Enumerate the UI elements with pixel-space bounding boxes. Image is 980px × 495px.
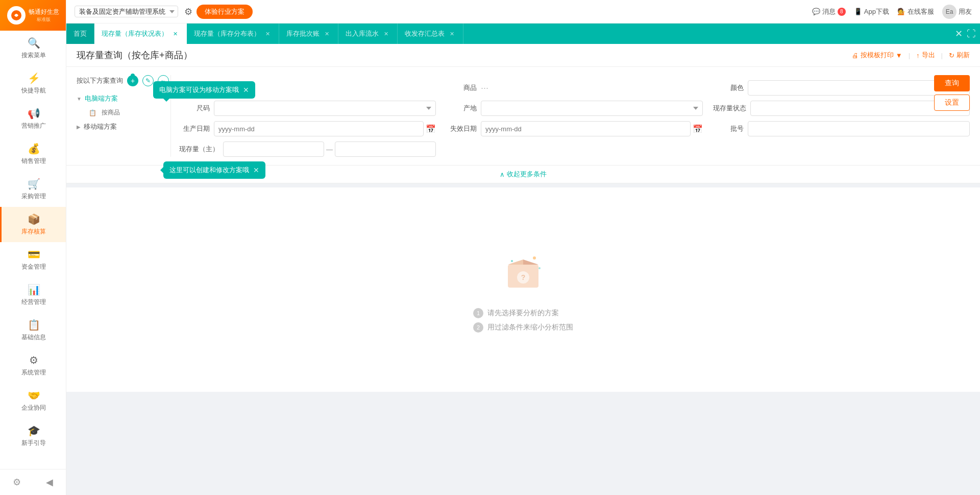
guide-icon: 🎓 <box>28 425 40 437</box>
tab-batch-ledger-close[interactable]: ✕ <box>323 30 331 38</box>
print-arrow: ▼ <box>896 52 902 59</box>
stock-qty-max-input[interactable] <box>335 142 436 157</box>
goods-label: 商品 <box>446 83 477 92</box>
svg-text:?: ? <box>521 273 526 281</box>
collapse-btn[interactable]: ∧ 收起更多条件 <box>500 170 547 179</box>
sidebar-item-basic[interactable]: 📋 基础信息 <box>0 313 66 348</box>
app-logo: 畅通好生意 标准版 <box>0 0 66 31</box>
origin-select[interactable] <box>481 101 703 116</box>
sidebar-item-guide[interactable]: 🎓 新手引导 <box>0 418 66 454</box>
sidebar-label-operations: 经营管理 <box>21 298 46 307</box>
step-1-text: 请先选择要分析的方案 <box>487 309 559 318</box>
batch-no-input[interactable] <box>748 121 970 136</box>
tab-inout-flow-label: 出入库流水 <box>346 29 379 38</box>
expire-date-group: 📅 <box>481 121 703 136</box>
tab-inout-flow-close[interactable]: ✕ <box>382 30 390 38</box>
filter-stock-qty: 现存量（主） — <box>179 142 436 157</box>
collapse-footer-btn[interactable]: ◀ <box>42 475 57 490</box>
filter-goods: 商品 ··· <box>446 80 703 96</box>
collapse-up-icon: ∧ <box>500 171 505 178</box>
empty-state: ? 1 请先选择要分析的方案 2 用过滤条件来缩小分析范围 <box>66 187 980 392</box>
refresh-btn[interactable]: ↻ 刷新 <box>949 51 970 60</box>
edit-scheme-btn[interactable]: ✎ <box>142 75 154 86</box>
sidebar-item-operations[interactable]: 📊 经营管理 <box>0 277 66 313</box>
tab-batch-ledger[interactable]: 库存批次账 ✕ <box>279 23 338 44</box>
tab-inventory-dist-close[interactable]: ✕ <box>263 30 272 38</box>
export-label: 导出 <box>922 51 935 60</box>
print-btn[interactable]: 🖨 按模板打印 ▼ <box>852 51 902 60</box>
size-select[interactable] <box>214 101 436 116</box>
tab-home-label: 首页 <box>74 29 87 38</box>
tab-inventory-dist[interactable]: 现存量（库存分布表） ✕ <box>187 23 279 44</box>
purchase-icon: 🛒 <box>28 178 40 190</box>
close-all-tabs-btn[interactable]: ✕ <box>955 28 963 39</box>
produce-date-input[interactable] <box>214 121 424 136</box>
sidebar-item-finance[interactable]: 💳 资金管理 <box>0 242 66 277</box>
app-download-action[interactable]: 📱 App下载 <box>854 7 889 16</box>
filter-row-header: 按以下方案查询 + ✎ ← <box>77 75 164 86</box>
messages-action[interactable]: 💬 消息 8 <box>812 7 846 16</box>
sidebar-item-enterprise[interactable]: 🤝 企业协同 <box>0 383 66 418</box>
stock-qty-min-input[interactable] <box>223 142 324 157</box>
avatar: Ea <box>942 5 957 19</box>
tab-collection-close[interactable]: ✕ <box>448 30 456 38</box>
goods-dots[interactable]: ··· <box>481 83 488 92</box>
sep2: | <box>941 52 943 59</box>
avatar-initials: Ea <box>946 8 953 15</box>
tab-inventory-status-close[interactable]: ✕ <box>171 30 179 38</box>
sidebar-label-enterprise: 企业协同 <box>21 404 46 412</box>
system-selector[interactable]: 装备及固定资产辅助管理系统 <box>75 6 178 17</box>
sidebar-item-marketing[interactable]: 📢 营销推广 <box>0 101 66 136</box>
stock-qty-label: 现存量（主） <box>179 145 219 154</box>
export-btn[interactable]: ↑ 导出 <box>916 51 935 60</box>
expire-date-input[interactable] <box>481 121 691 136</box>
export-icon: ↑ <box>916 52 920 59</box>
empty-steps: 1 请先选择要分析的方案 2 用过滤条件来缩小分析范围 <box>473 308 573 333</box>
sidebar-item-system[interactable]: ⚙ 系统管理 <box>0 348 66 383</box>
scheme-item-mobile[interactable]: ▶ 移动端方案 <box>77 121 164 133</box>
svg-marker-2 <box>508 260 523 265</box>
pc-scheme-tooltip-close[interactable]: ✕ <box>243 86 249 93</box>
tab-bar-actions: ✕ ⛶ <box>955 28 980 39</box>
sidebar-label-search: 搜索菜单 <box>21 51 46 60</box>
sidebar-item-quick[interactable]: ⚡ 快捷导航 <box>0 66 66 101</box>
tab-inout-flow[interactable]: 出入库流水 ✕ <box>338 23 398 44</box>
filter-grid: 仓库 ··· 商品 ··· 颜色 尺码 <box>179 80 970 157</box>
tab-inventory-status-label: 现存量（库存状况表） <box>102 29 168 38</box>
settings-icon[interactable]: ⚙ <box>184 6 192 17</box>
create-scheme-tooltip-close[interactable]: ✕ <box>253 167 259 174</box>
stock-qty-range: — <box>223 142 436 157</box>
settings-footer-btn[interactable]: ⚙ <box>9 475 25 490</box>
produce-date-icon[interactable]: 📅 <box>426 124 436 134</box>
scheme-item-pc[interactable]: ▼ 电脑端方案 <box>77 92 164 105</box>
sidebar-item-search[interactable]: 🔍 搜索菜单 <box>0 31 66 66</box>
create-scheme-tooltip: 这里可以创建和修改方案哦 ✕ <box>163 161 265 179</box>
message-label: 消息 <box>822 7 836 16</box>
tab-home[interactable]: 首页 <box>66 23 94 44</box>
collapse-label: 收起更多条件 <box>507 170 547 179</box>
sidebar-label-quick: 快捷导航 <box>21 86 46 95</box>
maximize-btn[interactable]: ⛶ <box>967 29 976 39</box>
tab-bar: 首页 现存量（库存状况表） ✕ 现存量（库存分布表） ✕ 库存批次账 ✕ 出入库… <box>66 23 980 44</box>
sidebar-item-purchase[interactable]: 🛒 采购管理 <box>0 172 66 207</box>
user-action[interactable]: Ea 用友 <box>942 5 972 19</box>
filter-size: 尺码 <box>179 101 436 116</box>
inventory-icon: 📦 <box>28 213 40 225</box>
scheme-item-pc-default[interactable]: 📋 按商品 <box>87 107 164 119</box>
batch-no-label: 批号 <box>713 124 744 133</box>
support-action[interactable]: 💁 在线客服 <box>897 7 934 16</box>
mobile-icon: 📱 <box>854 8 862 15</box>
enterprise-icon: 🤝 <box>28 389 40 402</box>
quick-icon: ⚡ <box>28 72 40 84</box>
support-icon: 💁 <box>897 8 905 15</box>
search-button[interactable]: 查询 <box>934 75 970 91</box>
sidebar-item-inventory[interactable]: 📦 库存核算 <box>0 207 66 242</box>
reset-button[interactable]: 设置 <box>934 95 970 111</box>
trial-button[interactable]: 体验行业方案 <box>197 5 253 19</box>
tab-inventory-status[interactable]: 现存量（库存状况表） ✕ <box>94 23 187 44</box>
range-dash: — <box>326 146 333 153</box>
tab-collection[interactable]: 收发存汇总表 ✕ <box>398 23 463 44</box>
sidebar-item-sales[interactable]: 💰 销售管理 <box>0 136 66 172</box>
finance-icon: 💳 <box>28 248 40 261</box>
expire-date-icon[interactable]: 📅 <box>693 124 703 134</box>
